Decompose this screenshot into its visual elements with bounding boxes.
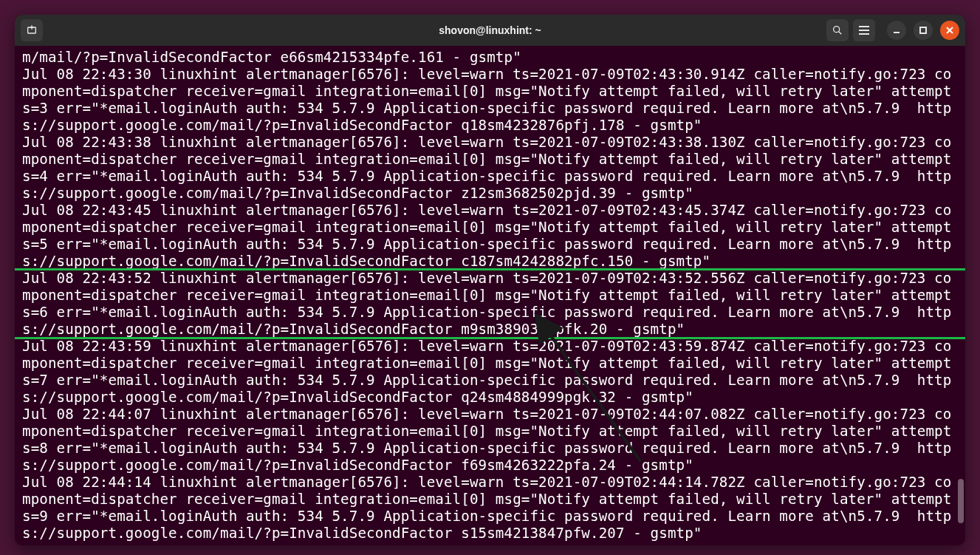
new-tab-icon [26,24,38,36]
minimize-icon [892,26,901,35]
new-tab-button[interactable] [21,19,43,41]
titlebar: shovon@linuxhint: ~ [15,15,965,46]
minimize-button[interactable] [887,21,906,40]
close-icon [945,26,954,35]
log-line: m/mail/?p=InvalidSecondFactor e66sm42153… [22,49,958,66]
log-line: Jul 08 22:43:30 linuxhint alertmanager[6… [22,66,958,134]
terminal-area[interactable]: m/mail/?p=InvalidSecondFactor e66sm42153… [15,46,965,545]
log-line: Jul 08 22:43:38 linuxhint alertmanager[6… [22,134,958,202]
svg-point-3 [834,27,840,33]
log-line: Jul 08 22:44:07 linuxhint alertmanager[6… [22,406,958,474]
window-title: shovon@linuxhint: ~ [15,24,965,36]
log-line: Jul 08 22:43:59 linuxhint alertmanager[6… [22,338,958,406]
maximize-button[interactable] [914,21,933,40]
maximize-icon [919,26,928,35]
terminal-window: shovon@linuxhint: ~ m/mail/?p=InvalidSec… [15,15,965,545]
search-button[interactable] [826,19,849,41]
log-line: Jul 08 22:43:45 linuxhint alertmanager[6… [22,202,958,270]
close-button[interactable] [940,21,959,40]
svg-line-4 [839,32,842,35]
log-line: Jul 08 22:44:14 linuxhint alertmanager[6… [22,474,958,542]
terminal-output[interactable]: m/mail/?p=InvalidSecondFactor e66sm42153… [15,46,965,545]
log-line: Jul 08 22:43:52 linuxhint alertmanager[6… [22,270,958,338]
svg-rect-6 [920,27,926,33]
scrollbar-thumb[interactable] [958,479,964,523]
menu-button[interactable] [853,19,875,41]
hamburger-icon [859,26,869,35]
search-icon [832,24,843,36]
